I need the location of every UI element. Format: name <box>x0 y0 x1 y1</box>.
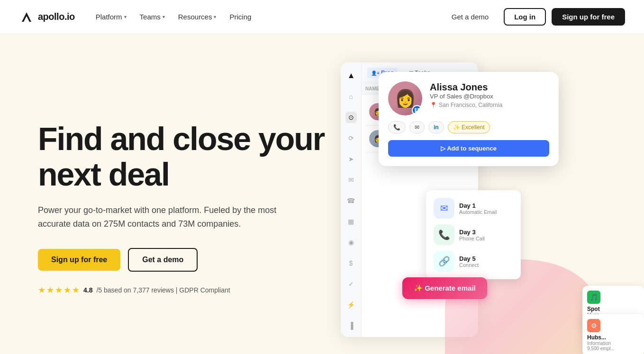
hero-title: Find and close your next deal <box>38 121 324 192</box>
sequence-day5: 🔗 Day 5 Connect <box>434 251 513 272</box>
logo-text: apollo.io <box>38 11 75 22</box>
hero-demo-button[interactable]: Get a demo <box>128 248 198 272</box>
star-4: ★ <box>63 285 71 295</box>
badge-email[interactable]: ✉ <box>409 121 425 133</box>
navbar-left: apollo.io Platform ▾ Teams ▾ Resources ▾… <box>19 9 257 25</box>
badge-linkedin[interactable]: in <box>428 121 444 133</box>
navbar: apollo.io Platform ▾ Teams ▾ Resources ▾… <box>0 0 644 34</box>
sequence-day1: ✉ Day 1 Automatic Email <box>434 198 513 219</box>
rating-score: 4.8 <box>83 286 92 294</box>
sidebar-chat-icon[interactable]: ◉ <box>345 237 357 248</box>
star-2: ★ <box>46 285 54 295</box>
hero-content: Find and close your next deal Power your… <box>0 121 324 295</box>
signup-button[interactable]: Sign up for free <box>552 8 625 26</box>
chevron-down-icon: ▾ <box>163 14 165 19</box>
hubspot-employees: 9,500 empl... <box>587 346 639 351</box>
nav-links: Platform ▾ Teams ▾ Resources ▾ Pricing <box>90 9 257 25</box>
sidebar-search-icon[interactable]: ⊙ <box>345 112 357 123</box>
card-badges: 📞 ✉ in ✨ Excellent <box>388 121 549 133</box>
hero-subtitle: Power your go-to-market with one platfor… <box>38 204 284 231</box>
hero-signup-button[interactable]: Sign up for free <box>38 249 120 271</box>
get-demo-button[interactable]: Get a demo <box>442 9 498 25</box>
dropbox-badge <box>412 105 422 115</box>
sidebar-check-icon[interactable]: ✓ <box>345 278 357 290</box>
hubspot-name: Hubs... <box>587 334 639 341</box>
location-pin-icon: 📍 <box>430 102 437 108</box>
star-5: ★ <box>72 285 80 295</box>
contact-card-popup: 👩 Alissa Jones VP of Sales @Dropbox 📍 Sa… <box>379 72 559 166</box>
star-3: ★ <box>55 285 63 295</box>
hubspot-icon: ⚙ <box>587 319 600 332</box>
navbar-right: Get a demo Log in Sign up for free <box>442 8 625 26</box>
star-1: ★ <box>38 285 45 295</box>
badge-phone[interactable]: 📞 <box>388 121 406 133</box>
seq-label-day5: Day 5 Connect <box>459 255 479 268</box>
card-job-title: VP of Sales @Dropbox <box>430 93 502 100</box>
sidebar-send-icon[interactable]: ➤ <box>345 153 357 165</box>
sidebar-sync-icon[interactable]: ⟳ <box>345 133 357 144</box>
logo[interactable]: apollo.io <box>19 9 75 25</box>
nav-teams[interactable]: Teams ▾ <box>134 9 171 25</box>
logo-icon <box>19 9 34 25</box>
sidebar-mail-icon[interactable]: ✉ <box>345 174 357 186</box>
seq-label-day1: Day 1 Automatic Email <box>459 202 497 215</box>
email-sequence-icon: ✉ <box>434 198 454 219</box>
hubspot-category: Information <box>587 341 639 346</box>
hero-cta: Sign up for free Get a demo <box>38 248 324 272</box>
sequence-day3: 📞 Day 3 Phone Call <box>434 224 513 245</box>
nav-pricing[interactable]: Pricing <box>224 9 257 25</box>
sidebar-chart-icon[interactable]: ▐ <box>345 320 357 331</box>
spotify-icon: 🎵 <box>587 291 600 304</box>
app-sidebar: ⌂ ⊙ ⟳ ➤ ✉ ☎ ▦ ◉ $ ✓ ⚡ ▐ <box>341 62 362 337</box>
hubspot-company-card: ⚙ Hubs... Information 9,500 empl... <box>582 314 644 354</box>
add-to-sequence-button[interactable]: ▷ Add to sequence <box>388 140 549 157</box>
connect-sequence-icon: 🔗 <box>434 251 454 272</box>
nav-resources[interactable]: Resources ▾ <box>172 9 222 25</box>
generate-email-button[interactable]: ✨ Generate email <box>402 277 487 299</box>
sidebar-bolt-icon[interactable]: ⚡ <box>345 299 357 310</box>
hero-section: Find and close your next deal Power your… <box>0 34 644 354</box>
sidebar-logo-icon <box>345 70 357 81</box>
card-header: 👩 Alissa Jones VP of Sales @Dropbox 📍 Sa… <box>388 81 549 115</box>
login-button[interactable]: Log in <box>504 8 546 26</box>
sidebar-home-icon[interactable]: ⌂ <box>345 91 357 102</box>
sidebar-phone-icon[interactable]: ☎ <box>345 195 357 206</box>
card-info: Alissa Jones VP of Sales @Dropbox 📍 San … <box>430 81 502 108</box>
hero-rating: ★ ★ ★ ★ ★ 4.8 /5 based on 7,377 reviews … <box>38 285 324 295</box>
star-rating: ★ ★ ★ ★ ★ <box>38 285 80 295</box>
spot-name: Spot <box>587 306 639 312</box>
phone-sequence-icon: 📞 <box>434 224 454 245</box>
card-location: 📍 San Francisco, California <box>430 102 502 108</box>
chevron-down-icon: ▾ <box>124 14 127 19</box>
card-avatar: 👩 <box>388 81 422 115</box>
sequence-panel: ✉ Day 1 Automatic Email 📞 Day 3 Phone Ca… <box>426 190 521 279</box>
seq-label-day3: Day 3 Phone Call <box>459 229 485 241</box>
sidebar-dollar-icon[interactable]: $ <box>345 257 357 269</box>
card-name: Alissa Jones <box>430 81 502 93</box>
badge-excellent: ✨ Excellent <box>448 121 490 133</box>
chevron-down-icon: ▾ <box>214 14 216 19</box>
sidebar-calendar-icon[interactable]: ▦ <box>345 216 357 227</box>
rating-text: /5 based on 7,377 reviews | GDPR Complia… <box>96 286 230 294</box>
nav-platform[interactable]: Platform ▾ <box>90 9 132 25</box>
